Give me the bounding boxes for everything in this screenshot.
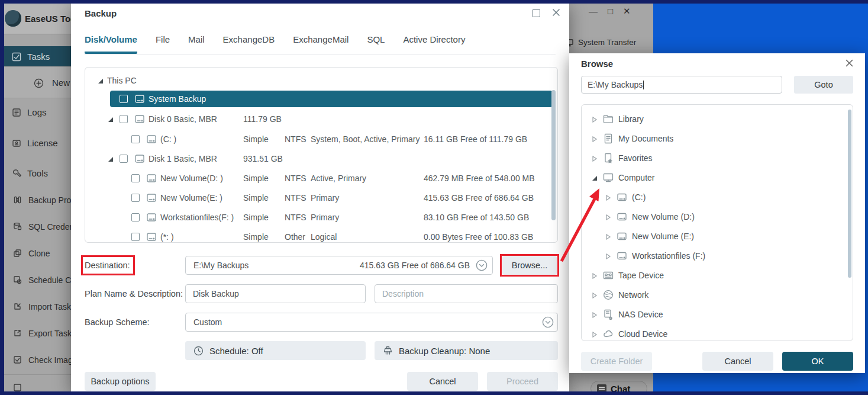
collapsed-arrow-icon[interactable] (592, 332, 598, 338)
backup-options-button[interactable]: Backup options (85, 372, 156, 391)
collapsed-arrow-icon[interactable] (592, 117, 598, 123)
main-window-controls: — □ ✕ (589, 6, 631, 17)
sidebar-item-tools[interactable]: Tools (4, 165, 71, 182)
tab-exchangemail[interactable]: ExchangeMail (293, 34, 349, 54)
close-icon[interactable]: ✕ (623, 6, 631, 17)
destination-dropdown[interactable]: E:\My Backups 415.63 GB Free of 686.64 G… (185, 256, 493, 275)
goto-button[interactable]: Goto (794, 76, 853, 94)
sidebar-item-schedule-clone[interactable]: Schedule Clone (4, 272, 71, 288)
row-name: New Volume(E: ) (160, 190, 222, 206)
proceed-button[interactable]: Proceed (487, 372, 558, 391)
tab-active-directory[interactable]: Active Directory (403, 34, 465, 54)
tree-item-c-drive[interactable]: (C:) (582, 189, 853, 205)
checkbox[interactable] (131, 213, 140, 221)
check-image-icon (13, 355, 22, 364)
sidebar-item-backup-protect[interactable]: Backup Protect (4, 192, 71, 208)
backup-cleanup-button[interactable]: Backup Cleanup: None (375, 341, 558, 360)
collapsed-arrow-icon[interactable] (605, 253, 611, 259)
collapsed-arrow-icon[interactable] (592, 136, 598, 142)
tree-item-my-documents[interactable]: My Documents (582, 130, 853, 147)
collapsed-arrow-icon[interactable] (592, 293, 598, 298)
scheme-dropdown[interactable]: Custom (185, 313, 558, 332)
system-transfer-button[interactable]: System Transfer (565, 38, 636, 47)
sidebar: EaseUS Todo Tasks New Task Logs License … (4, 4, 71, 391)
tree-row-disk1[interactable]: Disk 1 Basic, MBR 931.51 GB (85, 150, 557, 167)
scrollbar-thumb[interactable] (551, 90, 556, 220)
tree-item-computer[interactable]: Computer (582, 169, 853, 186)
tree-row-f[interactable]: Workstationfiles(F: ) Simple NTFS Primar… (85, 209, 557, 226)
expanded-arrow-icon[interactable] (108, 117, 114, 123)
chevron-down-icon[interactable] (476, 259, 488, 271)
tree-item-nas-device[interactable]: NAS Device (582, 306, 853, 323)
sidebar-item-sql-credential[interactable]: SQL Credential (4, 219, 71, 235)
create-folder-button[interactable]: Create Folder (581, 352, 652, 371)
tab-file[interactable]: File (156, 34, 170, 54)
new-task-button[interactable]: New Task (4, 66, 71, 98)
volume-icon (147, 135, 156, 143)
scrollbar-thumb[interactable] (848, 110, 851, 278)
collapsed-arrow-icon[interactable] (592, 312, 598, 318)
minimize-icon[interactable]: — (589, 6, 598, 17)
tree-item-cloud-device[interactable]: Cloud Device (582, 326, 853, 341)
tree-row-c[interactable]: (C: ) Simple NTFS System, Boot, Active, … (85, 131, 557, 147)
description-input[interactable] (375, 284, 558, 303)
expanded-arrow-icon[interactable] (108, 156, 114, 162)
close-icon[interactable] (551, 8, 561, 17)
tree-item-library[interactable]: Library (582, 111, 853, 127)
path-input[interactable]: E:\My Backups (581, 76, 782, 94)
checkbox[interactable] (120, 155, 128, 163)
sidebar-item-export-task[interactable]: Export Task (4, 325, 71, 342)
schedule-label: Schedule: Off (209, 346, 263, 356)
sidebar-item-clone[interactable]: Clone (4, 245, 71, 262)
collapsed-arrow-icon[interactable] (605, 234, 611, 240)
tab-disk-volume[interactable]: Disk/Volume (85, 34, 137, 54)
sidebar-item-import-task[interactable]: Import Task (4, 298, 71, 315)
tree-row-disk0[interactable]: Disk 0 Basic, MBR 111.79 GB (85, 111, 557, 127)
expanded-arrow-icon[interactable] (98, 78, 104, 84)
tree-row-e[interactable]: New Volume(E: ) Simple NTFS Primary 415.… (85, 190, 557, 206)
maximize-icon[interactable]: □ (608, 6, 613, 17)
checkbox[interactable] (131, 194, 140, 202)
checkbox[interactable] (131, 233, 140, 241)
tree-row-this-pc[interactable]: This PC (85, 72, 557, 89)
sidebar-item-label: Tools (27, 165, 48, 182)
drive-icon (617, 192, 627, 203)
chevron-down-icon[interactable] (542, 316, 554, 328)
plan-name-input[interactable] (185, 284, 366, 303)
checkbox[interactable] (120, 95, 128, 103)
row-name: This PC (107, 72, 137, 89)
tab-sql[interactable]: SQL (367, 34, 385, 54)
sidebar-item-license[interactable]: License (4, 135, 71, 152)
tab-exchangedb[interactable]: ExchangeDB (223, 34, 275, 54)
ok-button[interactable]: OK (782, 352, 853, 371)
checkbox[interactable] (131, 135, 140, 143)
collapsed-arrow-icon[interactable] (605, 214, 611, 220)
row-size: 931.51 GB (243, 150, 283, 167)
close-icon[interactable] (845, 59, 854, 68)
collapsed-arrow-icon[interactable] (592, 273, 598, 279)
checkbox[interactable] (131, 174, 140, 182)
tab-mail[interactable]: Mail (188, 34, 205, 54)
collapsed-arrow-icon[interactable] (605, 195, 611, 201)
tree-row-d[interactable]: New Volume(D: ) Simple NTFS Active, Prim… (85, 170, 557, 187)
collapsed-arrow-icon[interactable] (592, 156, 598, 162)
tree-item-f-drive[interactable]: Workstationfiles (F:) (582, 248, 853, 264)
maximize-icon[interactable] (533, 9, 540, 17)
tree-item-e-drive[interactable]: New Volume (E:) (582, 228, 853, 245)
schedule-button[interactable]: Schedule: Off (185, 341, 366, 360)
tree-item-d-drive[interactable]: New Volume (D:) (582, 208, 853, 225)
sidebar-item-tasks[interactable]: Tasks (4, 46, 71, 68)
expanded-arrow-icon[interactable] (592, 175, 598, 181)
tree-item-favorites[interactable]: Favorites (582, 150, 853, 166)
tree-row-system-backup[interactable]: System Backup (110, 91, 553, 107)
tree-row-star[interactable]: (*: ) Simple Other Logical 0.00 Bytes Fr… (85, 229, 557, 243)
cancel-button[interactable]: Cancel (407, 372, 478, 391)
cancel-button[interactable]: Cancel (702, 352, 773, 371)
tree-item-tape-device[interactable]: Tape Device (582, 267, 853, 284)
checkbox[interactable] (120, 115, 128, 123)
tree-item-network[interactable]: Network (582, 287, 853, 303)
row-type: Simple (243, 209, 269, 226)
tree-item-label: Workstationfiles (F:) (632, 248, 705, 264)
sidebar-item-logs[interactable]: Logs (4, 104, 71, 121)
sidebar-item-check-image[interactable]: Check Image (4, 352, 71, 368)
